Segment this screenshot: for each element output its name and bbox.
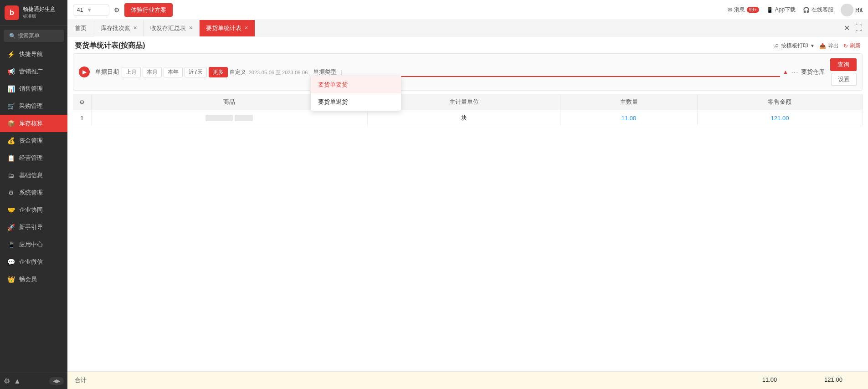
sidebar-item-purchase[interactable]: 🛒 采购管理 bbox=[0, 97, 67, 115]
type-label: 单据类型 bbox=[313, 68, 337, 76]
sidebar-item-label: 企业协同 bbox=[19, 206, 43, 214]
scroll-indicator: ▲ bbox=[14, 377, 21, 385]
type-dropdown-arrow[interactable]: ▲ bbox=[783, 69, 788, 75]
sidebar-item-system[interactable]: ⚙ 系统管理 bbox=[0, 184, 67, 201]
online-service-label: 在线客服 bbox=[812, 6, 833, 14]
sidebar-item-wechat[interactable]: 💬 企业微信 bbox=[0, 253, 67, 271]
sidebar-item-app-center[interactable]: 📱 应用中心 bbox=[0, 236, 67, 253]
sidebar-collapse-btn[interactable]: ◀ ▶ bbox=[49, 377, 64, 385]
date-btn-last-month[interactable]: 上月 bbox=[122, 67, 141, 77]
online-service-btn[interactable]: 🎧 在线客服 bbox=[803, 6, 833, 14]
sidebar-item-finance[interactable]: 💰 资金管理 bbox=[0, 132, 67, 149]
sidebar-item-guide[interactable]: 🚀 新手引导 bbox=[0, 219, 67, 236]
cell-unit: 块 bbox=[367, 110, 560, 126]
logo-icon: b bbox=[5, 5, 19, 20]
tab-close-icon[interactable]: ✕ bbox=[133, 25, 137, 31]
tab-inventory-batch[interactable]: 库存批次账 ✕ bbox=[94, 20, 144, 36]
sidebar-item-sales[interactable]: 📊 销售管理 bbox=[0, 80, 67, 97]
refresh-label: 刷新 bbox=[850, 42, 861, 50]
tab-close-icon[interactable]: ✕ bbox=[244, 25, 248, 31]
wechat-icon: 💬 bbox=[6, 258, 15, 266]
filter-expand-btn[interactable]: ▶ bbox=[79, 67, 90, 77]
finance-icon: 💰 bbox=[6, 137, 15, 144]
settings-btn[interactable]: 设置 bbox=[831, 73, 857, 86]
sidebar-item-label: 应用中心 bbox=[19, 241, 43, 249]
dropdown-item-label: 要货单退货 bbox=[318, 98, 348, 105]
guide-icon: 🚀 bbox=[6, 224, 15, 231]
date-btn-this-year[interactable]: 本年 bbox=[164, 67, 183, 77]
sidebar-item-label: 营销推广 bbox=[19, 67, 43, 76]
sidebar-item-label: 畅会员 bbox=[19, 275, 37, 283]
trial-btn[interactable]: 体验行业方案 bbox=[124, 3, 173, 17]
sidebar: b 畅捷通好生意 标准版 🔍 搜索菜单 ⚡ 快捷导航 📢 营销推广 📊 销售管理… bbox=[0, 0, 67, 389]
tab-close-icon[interactable]: ✕ bbox=[189, 25, 193, 31]
company-selector[interactable]: 41 ▼ bbox=[73, 5, 109, 15]
sidebar-item-label: 快捷导航 bbox=[19, 50, 43, 58]
topbar-gear-icon[interactable]: ⚙ bbox=[114, 6, 120, 14]
app-icon: 📱 bbox=[766, 7, 773, 13]
tab-receive-summary[interactable]: 收发存汇总表 ✕ bbox=[144, 20, 200, 36]
message-btn[interactable]: ✉ 消息 99+ bbox=[728, 6, 759, 14]
search-menu-button[interactable]: 🔍 搜索菜单 bbox=[4, 30, 64, 42]
sidebar-item-operation[interactable]: 📋 经营管理 bbox=[0, 149, 67, 167]
page-actions: 🖨 按模板打印 ▼ 📤 导出 ↻ 刷新 bbox=[774, 42, 861, 50]
sidebar-nav: ⚡ 快捷导航 📢 营销推广 📊 销售管理 🛒 采购管理 📦 库存核算 💰 资金管… bbox=[0, 46, 67, 373]
sidebar-item-marketing[interactable]: 📢 营销推广 bbox=[0, 63, 67, 80]
page-header: 要货单统计表(按商品) 🖨 按模板打印 ▼ 📤 导出 ↻ 刷新 bbox=[67, 36, 868, 53]
print-btn[interactable]: 🖨 按模板打印 ▼ bbox=[774, 42, 815, 50]
date-btn-custom[interactable]: 自定义 bbox=[230, 68, 246, 76]
product-name-placeholder bbox=[205, 115, 233, 121]
col-settings[interactable]: ⚙ bbox=[73, 94, 91, 110]
date-btn-this-month[interactable]: 本月 bbox=[143, 67, 162, 77]
service-icon: 🎧 bbox=[803, 7, 810, 13]
dropdown-item-require-return[interactable]: 要货单退货 bbox=[311, 93, 401, 111]
product-code-placeholder bbox=[235, 115, 253, 121]
amount-link[interactable]: 121.00 bbox=[771, 115, 789, 122]
sidebar-bottom: ⚙ ▲ ◀ ▶ bbox=[0, 373, 67, 389]
marketing-icon: 📢 bbox=[6, 68, 15, 75]
qty-link[interactable]: 11.00 bbox=[621, 115, 637, 122]
app-download-btn[interactable]: 📱 App下载 bbox=[766, 6, 796, 14]
export-btn[interactable]: 📤 导出 bbox=[819, 42, 839, 50]
app-download-label: App下载 bbox=[775, 6, 796, 14]
tab-label: 收发存汇总表 bbox=[150, 24, 186, 32]
sidebar-item-label: 企业微信 bbox=[19, 258, 43, 266]
print-label: 按模板打印 bbox=[781, 42, 808, 50]
export-label: 导出 bbox=[828, 42, 839, 50]
sidebar-item-quick-nav[interactable]: ⚡ 快捷导航 bbox=[0, 46, 67, 63]
date-filter-group: 单据日期 上月 本月 本年 近7天 更多 自定义 2023-05-06 至 20… bbox=[95, 67, 308, 77]
sidebar-item-label: 资金管理 bbox=[19, 137, 43, 145]
settings-icon[interactable]: ⚙ bbox=[4, 377, 10, 385]
refresh-btn[interactable]: ↻ 刷新 bbox=[843, 42, 861, 50]
tab-home-label: 首页 bbox=[75, 24, 87, 32]
filter-more-icon[interactable]: ⋯ bbox=[791, 68, 798, 77]
sidebar-item-member[interactable]: 👑 畅会员 bbox=[0, 271, 67, 288]
type-dropdown: 要货单要货 要货单退货 bbox=[310, 76, 401, 111]
date-btn-more[interactable]: 更多 bbox=[209, 67, 228, 77]
logo-text-block: 畅捷通好生意 标准版 bbox=[23, 6, 56, 20]
print-arrow-icon: ▼ bbox=[810, 43, 815, 48]
date-btn-7days[interactable]: 近7天 bbox=[185, 67, 207, 77]
type-input[interactable] bbox=[345, 67, 780, 77]
page-title: 要货单统计表(按商品) bbox=[75, 41, 145, 51]
tab-expand-icon[interactable]: ⛶ bbox=[853, 24, 864, 32]
query-btn[interactable]: 查询 bbox=[830, 58, 857, 71]
cell-qty: 11.00 bbox=[560, 110, 698, 126]
tab-home[interactable]: 首页 bbox=[67, 20, 94, 36]
message-icon: ✉ bbox=[728, 7, 732, 13]
tab-actions: ✕ ⛶ bbox=[842, 24, 868, 32]
refresh-icon: ↻ bbox=[843, 43, 848, 49]
table-header-row: ⚙ 商品 主计量单位 主数量 零售金额 bbox=[73, 94, 863, 110]
footer-amount: 121.00 bbox=[806, 376, 861, 384]
tab-order-stats[interactable]: 要货单统计表 ✕ bbox=[200, 20, 255, 36]
dropdown-item-require-goods[interactable]: 要货单要货 bbox=[311, 76, 401, 93]
tab-close-all-icon[interactable]: ✕ bbox=[842, 24, 852, 32]
sidebar-item-enterprise[interactable]: 🤝 企业协同 bbox=[0, 201, 67, 219]
sidebar-item-basic[interactable]: 🗂 基础信息 bbox=[0, 167, 67, 184]
sidebar-item-inventory[interactable]: 📦 库存核算 bbox=[0, 115, 67, 132]
user-area[interactable]: Rit bbox=[841, 4, 863, 16]
date-label: 单据日期 bbox=[95, 68, 119, 76]
sidebar-item-label: 销售管理 bbox=[19, 85, 43, 93]
tab-label: 要货单统计表 bbox=[206, 24, 241, 32]
topbar-right: ✉ 消息 99+ 📱 App下载 🎧 在线客服 Rit bbox=[728, 4, 863, 16]
